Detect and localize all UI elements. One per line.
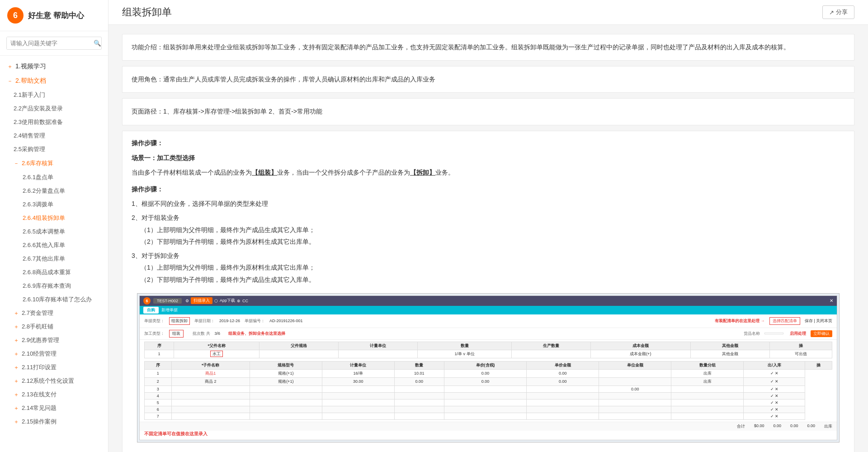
sim-parent-field: 水工 — [210, 351, 223, 357]
sim-footer: 合计 $0.00 0.00 0.00 0.00 出库 — [140, 422, 837, 431]
col-unit: 计量单位 — [339, 342, 418, 350]
search-button[interactable]: 🔍 — [90, 37, 102, 49]
sidebar-item-21[interactable]: 2.1新手入门 — [14, 88, 108, 102]
nav-tree: ＋ 1.视频学习 － 2.帮助文档 2.1新手入门 2.2产品安装及登录 2.3… — [0, 56, 108, 452]
share-button[interactable]: ↗ 分享 — [822, 5, 854, 19]
sidebar-item-266[interactable]: 2.6.6其他入库单 — [23, 238, 108, 252]
sidebar-label-docs: 2.帮助文档 — [15, 77, 46, 85]
sidebar-item-22[interactable]: 2.2产品安装及登录 — [14, 102, 108, 115]
sim-close-btn: ✕ — [830, 298, 833, 303]
sidebar-item-26[interactable]: － 2.6库存核算 — [14, 156, 108, 171]
chaique-link[interactable]: 【拆卸】 — [410, 169, 435, 176]
topbar: 组装拆卸单 ↗ 分享 — [108, 0, 868, 25]
sim-browser-header: 6 TEST-H002 ⚙ 扫描录入 ⬡ App下载 ⊕ CC ✕ — [140, 296, 837, 306]
step-3-2: （2）下部明细为子件明细，最终作为产成品生成其它入库单。 — [141, 274, 845, 286]
sim-annotations: 不固定清单可在值接在这里录入 — [144, 431, 832, 437]
intro-block-1: 功能介绍：组装拆卸单用来处理企业组装或拆卸等加工业务，支持有固定装配清单的产品加… — [122, 34, 854, 61]
sim-footer-qty: $0.00 — [754, 423, 764, 429]
logo-area: 6 好生意 帮助中心 — [0, 0, 108, 31]
ops-heading: 操作步骤： — [132, 139, 845, 147]
sidebar-item-28[interactable]: ＋ 2.8手机旺铺 — [14, 320, 108, 333]
table-row: 7 ✓ ✕ — [145, 413, 832, 419]
sidebar-item-213[interactable]: ＋ 2.13在线支付 — [14, 388, 108, 401]
sim-code-value: AD-20191226-001 — [269, 319, 303, 323]
sidebar-item-23[interactable]: 2.3使用前数据准备 — [14, 115, 108, 129]
col-qty: 数量 — [418, 342, 512, 350]
sim-teal-bar: 自购 新增单据 — [140, 306, 837, 314]
sidebar-item-25[interactable]: 2.5采购管理 — [14, 143, 108, 156]
table-row: 2 商品 2 规格(+1) 30.00 0.00 0.00 0.00 出库 — [145, 377, 832, 385]
sidebar-item-212[interactable]: ＋ 2.12系统个性化设置 — [14, 374, 108, 388]
sidebar-item-docs[interactable]: － 2.帮助文档 — [0, 74, 108, 88]
sim-user-icon: ⊕ — [237, 299, 241, 303]
sim-form-area: 单据类型： 组装拆卸 单据日期： 2019-12-26 单据编号： AD-201… — [140, 314, 837, 328]
inner-screenshot: 6 TEST-H002 ⚙ 扫描录入 ⬡ App下载 ⊕ CC ✕ — [139, 295, 837, 440]
plus-icon-28: ＋ — [14, 323, 19, 331]
sim-logo: 6 — [143, 297, 151, 305]
path-text: 页面路径：1、库存核算->库存管理->组装拆卸单 2、首页->常用功能 — [132, 106, 845, 117]
sim-qty-value: 3/6 — [215, 331, 221, 336]
sim-date-label: 单据日期： — [194, 318, 215, 324]
sim-bottom-table: 序 *子件名称 规格型号 计量单位 数量 单价(含税) 单价金额 单位金额 数量… — [144, 361, 832, 420]
sim-top-table-area: 序 *父件名称 父件规格 计量单位 数量 生产数量 成本金额 其他金额 操 — [140, 340, 837, 360]
sidebar-label-26: 2.6库存核算 — [22, 159, 53, 167]
sidebar-item-214[interactable]: ＋ 2.14常见问题 — [14, 401, 108, 415]
sim-goods-field — [764, 333, 783, 334]
sim-code-label: 单据编号： — [245, 318, 265, 324]
sidebar-item-262[interactable]: 2.6.2分量盘点单 — [23, 184, 108, 198]
minus-icon-26: － — [14, 160, 19, 167]
sim-date-value: 2019-12-26 — [219, 319, 240, 323]
sim-tab-zizhu: 自购 — [143, 307, 159, 314]
ops-steps-heading2: 操作步骤： — [132, 183, 845, 195]
sim-subtype-label: 加工类型： — [144, 331, 165, 337]
sidebar-item-24[interactable]: 2.4销售管理 — [14, 129, 108, 143]
logo-icon: 6 — [7, 7, 24, 24]
sidebar-item-267[interactable]: 2.6.7其他出库单 — [23, 252, 108, 266]
table-row: 4 ✓ ✕ — [145, 392, 832, 399]
content-area: 功能介绍：组装拆卸单用来处理企业组装或拆卸等加工业务，支持有固定装配清单的产品加… — [108, 25, 868, 452]
sidebar-item-261[interactable]: 2.6.1盘点单 — [23, 171, 108, 184]
search-area: 🔍 — [0, 31, 108, 56]
sidebar-item-263[interactable]: 2.6.3调拨单 — [23, 198, 108, 211]
sidebar-item-211[interactable]: ＋ 2.11打印设置 — [14, 361, 108, 374]
sidebar-item-2610[interactable]: 2.6.10库存账本错了怎么办 — [23, 293, 108, 306]
sidebar-item-269[interactable]: 2.6.9库存账本查询 — [23, 279, 108, 293]
sim-top-table: 序 *父件名称 父件规格 计量单位 数量 生产数量 成本金额 其他金额 操 — [144, 342, 832, 358]
sim-footer-label: 合计 — [737, 423, 745, 429]
screenshot-wrapper: 6 TEST-H002 ⚙ 扫描录入 ⬡ App下载 ⊕ CC ✕ — [137, 293, 840, 442]
sidebar-item-268[interactable]: 2.6.8商品成本重算 — [23, 266, 108, 279]
sidebar-item-29[interactable]: ＋ 2.9优惠券管理 — [14, 333, 108, 347]
table-row: 1 水工 1/单 v 单位 成本金额(+) 其他金额 可出值 — [145, 350, 832, 358]
table-row: 5 ✓ ✕ — [145, 399, 832, 406]
col-parent-name: *父件名称 — [174, 342, 259, 350]
table-row: 6 ✓ ✕ — [145, 406, 832, 413]
sim-close-icon: CC — [242, 299, 248, 303]
plus-icon-213: ＋ — [14, 391, 19, 399]
step-2-2: （2）下部明细为子件明细，最终作为原材料生成其它出库单。 — [141, 236, 845, 248]
zuozhuang-link[interactable]: 【组装】 — [252, 169, 277, 176]
sidebar-item-265[interactable]: 2.6.5成本调整单 — [23, 225, 108, 238]
intro-text-2: 使用角色：通常由生产人员或库管人员完成拆装业务的操作，库管人员确认原材料的出库和… — [132, 74, 845, 85]
sim-confirm-btn: 立即确认 — [811, 330, 832, 337]
step-1: 1、根据不同的业务，选择不同单据的类型来处理 — [132, 198, 845, 210]
search-input[interactable] — [7, 37, 90, 49]
sidebar-item-210[interactable]: ＋ 2.10经营管理 — [14, 347, 108, 361]
sim-apply-label: 货品名称 — [744, 331, 760, 337]
plus-icon-29: ＋ — [14, 337, 19, 344]
scene1-desc: 当由多个子件材料组装成一个成品的业务为【组装】业务，当由一个父件拆分成多个子产品… — [132, 167, 845, 179]
annotation-2: 组装业务、拆卸业务在这里选择 — [228, 331, 285, 337]
annotation-4-text: 不固定清单可在值接在这里录入 — [144, 431, 208, 437]
plus-icon-27: ＋ — [14, 309, 19, 317]
sidebar-item-video[interactable]: ＋ 1.视频学习 — [0, 59, 108, 74]
step-3: 3、对于拆卸业务 — [132, 250, 845, 262]
sim-settings-icon: ⚙ — [185, 299, 189, 303]
sim-footer-total: 0.00 — [807, 423, 815, 429]
sidebar-item-27[interactable]: ＋ 2.7资金管理 — [14, 306, 108, 320]
col-action: 操 — [769, 342, 832, 350]
sim-url: TEST-H002 — [153, 298, 182, 304]
sidebar-item-215[interactable]: ＋ 2.15操作案例 — [14, 415, 108, 428]
sidebar-item-264[interactable]: 2.6.4组装拆卸单 — [23, 211, 108, 225]
intro-text-1: 功能介绍：组装拆卸单用来处理企业组装或拆卸等加工业务，支持有固定装配清单的产品加… — [132, 42, 845, 53]
plus-icon-211: ＋ — [14, 364, 19, 371]
col-seq: 序 — [145, 342, 174, 350]
